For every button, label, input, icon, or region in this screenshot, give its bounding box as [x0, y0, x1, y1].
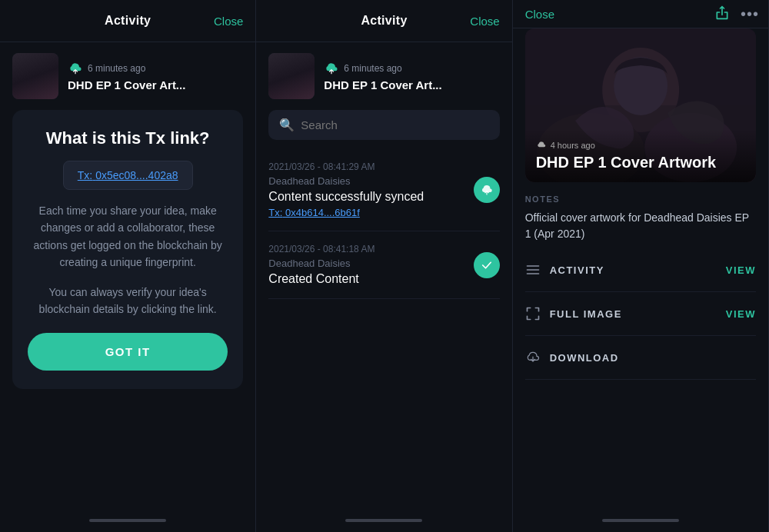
panel1-file-time: 6 minutes ago	[88, 63, 145, 74]
activity-tx-0[interactable]: Tx: 0x4b614....6b61f	[268, 207, 499, 218]
panel3-header: Close •••	[513, 0, 768, 28]
panel3-bottom-bar	[513, 509, 768, 532]
activity-status-check-1	[474, 252, 500, 278]
tx-badge[interactable]: Tx: 0x5ec08....402a8	[63, 161, 193, 190]
activity-view-button[interactable]: VIEW	[726, 264, 756, 276]
got-it-button[interactable]: GOT IT	[28, 333, 228, 371]
panel1-file-meta: 6 minutes ago	[68, 61, 243, 76]
cloud-upload-icon	[480, 183, 494, 197]
checkmark-icon	[480, 258, 494, 272]
tooltip-title: What is this Tx link?	[46, 128, 210, 148]
panel1-header: Activity Close	[0, 0, 255, 42]
panel2-file-info: 6 minutes ago DHD EP 1 Cover Art...	[324, 61, 499, 91]
image-hero-title: DHD EP 1 Cover Artwork	[536, 154, 745, 171]
panel1-cloud-icon	[68, 61, 83, 76]
notes-section-label: NOTES	[525, 195, 756, 204]
panel3-home-indicator	[602, 519, 679, 522]
panel2-title: Activity	[361, 14, 407, 28]
panel3-header-icons: •••	[714, 5, 759, 24]
image-hero: 4 hours ago DHD EP 1 Cover Artwork	[525, 28, 756, 182]
activity-org-1: Deadhead Daisies	[268, 258, 499, 269]
panel-tx-tooltip: Activity Close 6 minutes ago DHD EP 1 Co…	[0, 0, 256, 532]
panel2-file-card: 6 minutes ago DHD EP 1 Cover Art...	[256, 42, 511, 110]
more-options-icon[interactable]: •••	[741, 5, 759, 23]
tooltip-body2: You can always verify your idea's blockc…	[28, 284, 228, 318]
download-action-label: DOWNLOAD	[550, 352, 619, 364]
panel2-close-button[interactable]: Close	[470, 15, 499, 28]
activity-tx-label-0: Tx:	[268, 207, 282, 218]
search-input[interactable]	[301, 118, 488, 131]
tooltip-body1: Each time you share your idea, make chan…	[28, 202, 228, 271]
panel3-close-button[interactable]: Close	[525, 8, 554, 21]
activity-timestamp-1: 2021/03/26 - 08:41:18 AM	[268, 244, 499, 254]
panel1-thumbnail	[12, 53, 58, 99]
panel2-header: Activity Close	[256, 0, 511, 42]
activity-item-0: 2021/03/26 - 08:41:29 AM Deadhead Daisie…	[268, 149, 499, 231]
panel1-file-name: DHD EP 1 Cover Art...	[68, 78, 243, 91]
panel2-file-name: DHD EP 1 Cover Art...	[324, 78, 499, 91]
fullimage-view-button[interactable]: VIEW	[726, 308, 756, 320]
fullimage-action-item[interactable]: FULL IMAGE VIEW	[525, 292, 756, 336]
panel2-file-time: 6 minutes ago	[344, 63, 401, 74]
hero-time-text: 4 hours ago	[551, 141, 595, 150]
activity-action-1: Created Content	[268, 272, 499, 286]
notes-text: Official cover artwork for Deadhead Dais…	[525, 210, 756, 242]
panel1-bottom-bar	[0, 509, 255, 532]
activity-timestamp-0: 2021/03/26 - 08:41:29 AM	[268, 161, 499, 172]
action-list: ACTIVITY VIEW FULL IMAGE VIEW DOWNLOAD	[513, 248, 768, 509]
panel2-cloud-icon	[324, 61, 339, 76]
list-icon	[525, 262, 541, 278]
notes-section: NOTES Official cover artwork for Deadhea…	[513, 182, 768, 248]
activity-action-label: ACTIVITY	[550, 264, 604, 276]
expand-icon	[525, 306, 541, 321]
tooltip-container: What is this Tx link? Tx: 0x5ec08....402…	[12, 110, 243, 389]
image-hero-overlay: 4 hours ago DHD EP 1 Cover Artwork	[525, 129, 756, 182]
activity-tx-value-0: 0x4b614....6b61f	[285, 207, 360, 218]
cloud-icon-hero	[536, 140, 547, 151]
panel-image-detail: Close •••	[513, 0, 769, 532]
panel1-title: Activity	[105, 14, 151, 28]
fullimage-action-left: FULL IMAGE	[525, 306, 622, 321]
panel1-close-button[interactable]: Close	[214, 15, 243, 28]
download-icon	[525, 350, 541, 365]
panel1-home-indicator	[89, 519, 166, 522]
panel-activity-list: Activity Close 6 minutes ago DHD EP 1 Co…	[256, 0, 512, 532]
panel2-home-indicator	[345, 519, 422, 522]
activity-item-1: 2021/03/26 - 08:41:18 AM Deadhead Daisie…	[268, 231, 499, 299]
tx-value: 0x5ec08....402a8	[95, 169, 178, 181]
panel2-bottom-bar	[256, 509, 511, 532]
activity-action-0: Content successfully synced	[268, 190, 499, 204]
activity-action-left: ACTIVITY	[525, 262, 604, 278]
share-icon[interactable]	[714, 5, 730, 24]
search-icon: 🔍	[279, 118, 295, 132]
panel1-file-card: 6 minutes ago DHD EP 1 Cover Art...	[0, 42, 255, 110]
panel1-file-info: 6 minutes ago DHD EP 1 Cover Art...	[68, 61, 243, 91]
activity-list: 2021/03/26 - 08:41:29 AM Deadhead Daisie…	[256, 149, 511, 509]
activity-status-cloud-0	[474, 177, 500, 203]
tx-label: Tx:	[78, 169, 92, 181]
image-hero-time: 4 hours ago	[536, 140, 745, 151]
fullimage-action-label: FULL IMAGE	[550, 308, 622, 320]
activity-action-item[interactable]: ACTIVITY VIEW	[525, 248, 756, 292]
search-bar[interactable]: 🔍	[268, 110, 499, 140]
panel2-file-meta: 6 minutes ago	[324, 61, 499, 76]
download-action-left: DOWNLOAD	[525, 350, 619, 365]
panel2-thumbnail	[268, 53, 315, 99]
activity-org-0: Deadhead Daisies	[268, 175, 499, 187]
download-action-item[interactable]: DOWNLOAD	[525, 336, 756, 380]
